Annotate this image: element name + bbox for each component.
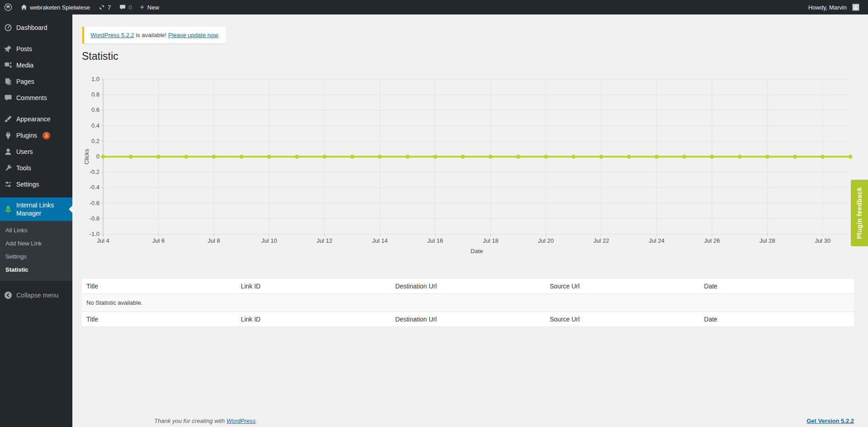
sidebar-item-media[interactable]: Media (0, 57, 72, 73)
updates-button[interactable]: 7 (94, 0, 115, 14)
wordpress-logo-icon[interactable] (0, 0, 16, 14)
data-point (572, 155, 576, 159)
update-now-link[interactable]: Please update now (168, 32, 218, 38)
sidebar-item-comments[interactable]: Comments (0, 90, 72, 106)
update-icon (98, 4, 105, 11)
footer-thanks: Thank you for creating with WordPress. (154, 417, 257, 424)
home-icon (20, 4, 28, 11)
sidebar-item-pages[interactable]: Pages (0, 73, 72, 90)
admin-sidebar: Dashboard Posts Media Pages Comments App… (0, 14, 72, 427)
avatar (852, 4, 859, 11)
sidebar-item-label: Appearance (16, 115, 51, 123)
data-point (765, 155, 769, 159)
sidebar-item-label: Internal Links Manager (16, 201, 69, 217)
sidebar-item-plugins[interactable]: Plugins 3 (0, 127, 72, 144)
comment-count: 0 (128, 4, 132, 11)
update-nag-notice: WordPress 5.2.2 is available! Please upd… (82, 27, 226, 43)
main-content: WordPress 5.2.2 is available! Please upd… (72, 14, 868, 427)
get-version-link[interactable]: Get Version 5.2.2 (806, 417, 854, 424)
y-tick-label: -1.0 (80, 230, 100, 237)
y-tick-label: 0.8 (80, 91, 100, 98)
column-header: Date (700, 279, 854, 294)
plugins-update-badge: 3 (43, 132, 50, 139)
submenu-item-add-new-link[interactable]: Add New Link (0, 237, 72, 250)
column-header: Date (700, 312, 854, 327)
brush-icon (4, 115, 13, 124)
data-point (129, 155, 133, 159)
sidebar-item-settings[interactable]: Settings (0, 176, 72, 192)
sidebar-item-label: Tools (16, 164, 31, 172)
new-button[interactable]: + New (136, 0, 163, 14)
sidebar-item-appearance[interactable]: Appearance (0, 111, 72, 127)
x-tick-label: Jul 4 (89, 237, 118, 244)
column-header: Link ID (236, 312, 390, 327)
dashboard-icon (4, 23, 13, 32)
data-point (406, 155, 410, 159)
new-label: New (147, 4, 159, 11)
collapse-menu-label: Collapse menu (16, 292, 58, 299)
data-point (461, 155, 465, 159)
submenu-item-statistic[interactable]: Statistic (0, 263, 72, 276)
plug-icon (4, 131, 13, 140)
data-point (738, 155, 742, 159)
chart-plot-area: 1.00.80.60.40.20-0.2-0.4-0.6-0.8-1.0Jul … (103, 79, 850, 234)
sidebar-item-tools[interactable]: Tools (0, 160, 72, 176)
sidebar-item-label: Media (16, 61, 33, 69)
sidebar-item-posts[interactable]: Posts (0, 41, 72, 57)
submenu-item-settings[interactable]: Settings (0, 250, 72, 263)
stats-table: TitleLink IDDestination UrlSource UrlDat… (82, 279, 854, 327)
data-point (627, 155, 631, 159)
submenu-item-all-links[interactable]: All Links (0, 224, 72, 237)
data-point (849, 155, 853, 159)
wrench-icon (4, 163, 13, 173)
sliders-icon (4, 180, 13, 189)
comment-icon (4, 93, 13, 102)
rocket-icon (4, 205, 13, 214)
data-point (655, 155, 659, 159)
sidebar-item-label: Dashboard (16, 24, 47, 32)
sidebar-item-users[interactable]: Users (0, 144, 72, 160)
collapse-menu-button[interactable]: Collapse menu (0, 287, 72, 303)
column-header: Destination Url (391, 279, 545, 294)
page-title: Statistic (82, 49, 854, 63)
plugin-feedback-tab[interactable]: Plugin feedback (851, 180, 868, 246)
sidebar-item-label: Settings (16, 180, 39, 188)
sidebar-item-internal-links-manager[interactable]: Internal Links Manager (0, 197, 72, 221)
notice-text: is available! (134, 32, 168, 38)
x-tick-label: Jul 24 (642, 237, 671, 244)
pages-icon (4, 77, 13, 86)
x-tick-label: Jul 10 (255, 237, 284, 244)
chart-x-axis-label: Date (103, 248, 850, 254)
wordpress-link[interactable]: WordPress (227, 417, 256, 424)
data-point (516, 155, 520, 159)
x-tick-label: Jul 30 (808, 237, 837, 244)
y-tick-label: -0.6 (80, 200, 100, 206)
data-point (544, 155, 548, 159)
column-header: Destination Url (391, 312, 545, 327)
update-count: 7 (108, 4, 111, 11)
y-tick-label: 0.6 (80, 106, 100, 113)
plus-icon: + (140, 0, 144, 14)
account-menu[interactable]: Howdy, Marvin (804, 0, 863, 14)
data-point (710, 155, 714, 159)
clicks-chart: Clicks 1.00.80.60.40.20-0.2-0.4-0.6-0.8-… (82, 79, 854, 264)
data-point (212, 155, 216, 159)
data-point (323, 155, 327, 159)
comments-button[interactable]: 0 (115, 0, 136, 14)
y-tick-label: 0.4 (80, 122, 100, 129)
table-header-row: TitleLink IDDestination UrlSource UrlDat… (82, 279, 854, 294)
data-point (378, 155, 382, 159)
empty-message: No Statistic available. (82, 294, 854, 312)
data-point (184, 155, 188, 159)
data-point (682, 155, 686, 159)
sidebar-item-dashboard[interactable]: Dashboard (0, 19, 72, 36)
site-name-link[interactable]: webraketen Spielwiese (16, 0, 94, 14)
data-point (295, 155, 299, 159)
wordpress-version-link[interactable]: WordPress 5.2.2 (90, 32, 134, 38)
x-tick-label: Jul 18 (476, 237, 505, 244)
y-tick-label: -0.2 (80, 168, 100, 175)
data-point (489, 155, 493, 159)
x-tick-label: Jul 12 (310, 237, 339, 244)
column-header: Source Url (545, 312, 699, 327)
column-header: Source Url (545, 279, 699, 294)
